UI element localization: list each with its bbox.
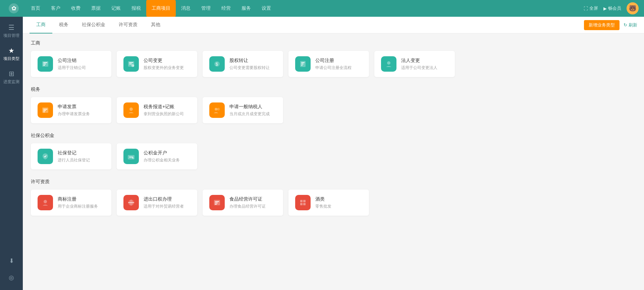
card-text-trademark: 商标注册 用于企业商标注册服务 [58,196,105,209]
section-title-xuke: 许可资质 [31,179,636,185]
sidebar: ☰ 项目管理 ★ 项目类型 ⊞ 进度监测 ⬇ ◎ [0,17,23,290]
svg-text:↑: ↑ [132,65,133,67]
svg-rect-36 [300,200,303,202]
card-icon-legal-change [381,56,396,72]
card-desc-tax-report: 拿到营业执照的新公司 [144,111,191,117]
svg-point-27 [132,157,133,159]
card-general-taxpayer[interactable]: 申请一般纳税人 当月或次月成变更完成 [203,97,283,123]
svg-rect-39 [303,203,306,205]
cards-grid-shebao: 社保登记 进行人员社保登记 公积金开户 办理公积金相关业务 [31,143,636,169]
content-area: 工商 税务 社保公积金 许可资质 其他 新增业务类型 ↻ 刷新 工商 [23,17,644,290]
card-icon-general-taxpayer [209,102,225,118]
card-company-cancel[interactable]: 公司注销 适用于注销公司 [31,51,111,77]
card-tax-report[interactable]: 税务报道+记账 拿到营业执照的新公司 [117,97,197,123]
card-icon-import-export [123,195,139,210]
nav-settings[interactable]: 设置 [256,0,276,17]
tab-shuiwu[interactable]: 税务 [52,17,75,33]
refresh-button[interactable]: ↻ 刷新 [624,22,637,28]
svg-text:$: $ [216,62,218,67]
card-desc-apply-invoice: 办理申请发票业务 [58,111,105,117]
card-text-general-taxpayer: 申请一般纳税人 当月或次月成变更完成 [229,104,276,117]
nav-fees[interactable]: 收费 [66,0,86,17]
nav-clients[interactable]: 客户 [46,0,66,17]
card-food-license[interactable]: 食品经营许可证 办理食品经营许可证 [203,190,283,216]
card-desc-equity-transfer: 公司变更需要股权转让 [229,65,276,71]
nav-home[interactable]: 首页 [25,0,46,17]
star-icon: ★ [8,47,14,55]
card-icon-equity-transfer: $ [209,56,225,72]
card-company-register[interactable]: 公司注册 申请公司注册全流程 [288,51,369,77]
nav-accounting[interactable]: 记账 [106,0,126,17]
vip-icon: ▶ [603,6,607,11]
card-text-food-license: 食品经营许可证 办理食品经营许可证 [229,196,276,209]
card-desc-trademark: 用于企业商标注册服务 [58,204,105,209]
nav-messages[interactable]: 消息 [176,0,196,17]
avatar[interactable]: 🐻 [627,2,639,14]
tab-gongshang[interactable]: 工商 [30,17,52,33]
card-text-company-register: 公司注册 申请公司注册全流程 [315,58,362,71]
card-company-change[interactable]: ↑ 公司变更 股权变更外的业务变更 [117,51,197,77]
fullscreen-icon: ⛶ [584,6,588,11]
main-layout: ☰ 项目管理 ★ 项目类型 ⊞ 进度监测 ⬇ ◎ 工商 税务 社保公积金 许可资… [0,17,644,290]
card-icon-shebao-register [38,149,53,164]
fullscreen-button[interactable]: ⛶ 全屏 [584,5,598,11]
svg-text:✿: ✿ [11,5,16,12]
card-shebao-register[interactable]: 社保登记 进行人员社保登记 [31,143,111,169]
refresh-icon: ↻ [624,22,627,27]
card-icon-trademark [38,195,53,210]
card-name-shebao-register: 社保登记 [58,150,105,156]
cards-grid-gongshang: 公司注销 适用于注销公司 ↑ 公司变更 股权变更外的业务变更 [31,51,636,77]
nav-tax[interactable]: 报税 [126,0,146,17]
location-icon-button[interactable]: ◎ [0,271,23,285]
card-desc-alcohol: 零售批发 [315,204,362,209]
nav-services[interactable]: 服务 [236,0,256,17]
card-desc-shebao-register: 进行人员社保登记 [58,157,105,163]
svg-rect-19 [43,109,47,110]
svg-rect-37 [303,200,306,202]
card-name-legal-change: 法人变更 [401,58,448,64]
svg-rect-38 [300,203,303,205]
sidebar-item-project-type[interactable]: ★ 项目类型 [0,43,23,66]
new-business-type-button[interactable]: 新增业务类型 [584,20,620,30]
tab-shebao[interactable]: 社保公积金 [75,17,112,33]
card-alcohol[interactable]: 酒类 零售批发 [288,190,369,216]
app-logo: ✿ [5,3,22,14]
top-navigation: ✿ 首页 客户 收费 票据 记账 报税 工商项目 消息 管理 经营 服务 设置 … [0,0,644,17]
nav-invoices[interactable]: 票据 [86,0,106,17]
card-trademark[interactable]: 商标注册 用于企业商标注册服务 [31,190,111,216]
card-desc-import-export: 适用于对外贸易经营者 [144,204,191,209]
svg-point-28 [44,200,47,203]
card-legal-change[interactable]: 法人变更 适用于公司变更法人 [374,51,455,77]
tab-other[interactable]: 其他 [144,17,167,33]
svg-point-17 [387,61,390,65]
svg-rect-7 [129,62,133,63]
card-text-equity-transfer: 股权转让 公司变更需要股权转让 [229,58,276,71]
card-apply-invoice[interactable]: 申请发票 办理申请发票业务 [31,97,111,123]
card-desc-gjj-open: 办理公积金相关业务 [144,157,191,163]
sidebar-item-progress[interactable]: ⊞ 进度监测 [0,66,23,89]
card-desc-legal-change: 适用于公司变更法人 [401,65,448,71]
sidebar-item-project-mgmt[interactable]: ☰ 项目管理 [0,19,23,43]
tab-xuke[interactable]: 许可资质 [112,17,144,33]
card-desc-food-license: 办理食品经营许可证 [229,204,276,209]
nav-business[interactable]: 工商项目 [146,0,176,17]
svg-rect-3 [43,62,47,63]
section-title-shebao: 社保公积金 [31,133,636,139]
svg-rect-8 [129,64,132,64]
card-gjj-open[interactable]: 公积金开户 办理公积金相关业务 [117,143,197,169]
vip-button[interactable]: ▶ 畅会员 [603,5,621,11]
sidebar-bottom: ⬇ ◎ [0,254,23,290]
card-text-import-export: 进出口权办理 适用于对外贸易经营者 [144,196,191,209]
download-icon-button[interactable]: ⬇ [0,254,23,268]
nav-management[interactable]: 管理 [196,0,216,17]
card-equity-transfer[interactable]: $ 股权转让 公司变更需要股权转让 [203,51,283,77]
section-title-shuiwu: 税务 [31,86,636,92]
card-icon-company-register [295,56,311,72]
card-import-export[interactable]: 进出口权办理 适用于对外贸易经营者 [117,190,197,216]
cards-grid-xuke: 商标注册 用于企业商标注册服务 进出口权办理 适用于对外贸易经营者 [31,190,636,216]
section-xuke: 许可资质 商标注册 用于企业商标注册服务 [31,179,636,216]
nav-operation[interactable]: 经营 [216,0,236,17]
card-desc-company-register: 申请公司注册全流程 [315,65,362,71]
svg-point-23 [215,108,217,111]
card-text-legal-change: 法人变更 适用于公司变更法人 [401,58,448,71]
